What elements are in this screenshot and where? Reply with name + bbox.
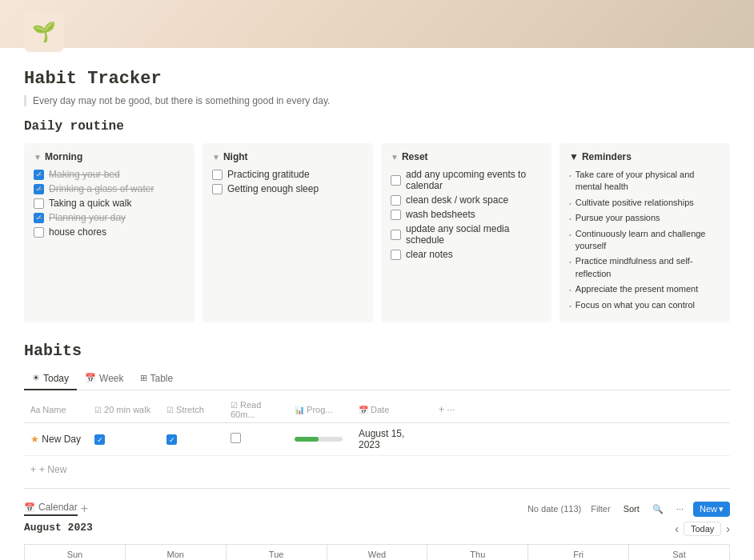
habits-table: Aa Name ☑ 20 min walk ☑ Stretch ☑ Read 6… [24, 397, 730, 456]
add-new-button[interactable]: + + New [24, 461, 730, 478]
morning-title: Morning [45, 151, 82, 162]
week-icon: 📅 [85, 373, 96, 383]
page-title: Habit Tracker [24, 69, 730, 89]
calendar-section: 📅 Calendar + No date (113) Filter Sort 🔍… [24, 498, 730, 560]
tab-calendar[interactable]: 📅 Calendar [24, 502, 78, 516]
new-event-button[interactable]: New ▾ [693, 502, 730, 517]
reminders-header: ▼ Reminders [569, 151, 720, 162]
checkbox-clean-desk[interactable] [391, 195, 401, 206]
checkbox-gratitude[interactable] [212, 170, 223, 180]
checkbox-stretch[interactable]: ✓ [166, 434, 177, 445]
reminder-item: • Take care of your physical and mental … [569, 169, 720, 194]
daily-routine-title: Daily routine [24, 119, 730, 134]
table-icon: ⊞ [140, 373, 147, 383]
reminder-item: • Appreciate the present moment [569, 283, 720, 295]
sort-button[interactable]: Sort [620, 502, 643, 515]
routine-item-label: Planning your day [49, 212, 126, 223]
calendar-month-title: August 2023 [24, 522, 93, 534]
filter-button[interactable]: Filter [588, 502, 613, 515]
checkbox-read[interactable] [231, 433, 241, 443]
reminder-item: • Cultivate positive relationships [569, 197, 720, 209]
routine-item[interactable]: update any social media schedule [391, 223, 542, 246]
col-header-progress: 📊 Prog... [288, 397, 352, 423]
calendar-grid: Sun Mon Tue Wed Thu Fri Sat 30 31 [24, 544, 730, 560]
tab-today[interactable]: ☀ Today [24, 368, 77, 390]
routine-item[interactable]: wash bedsheets [391, 209, 542, 220]
habit-read-cell[interactable] [224, 422, 288, 455]
routine-item[interactable]: Taking a quick walk [34, 198, 185, 209]
star-icon: ★ [30, 434, 39, 445]
bullet-icon: • [569, 230, 572, 239]
reminder-item: • Continuously learn and challenge yours… [569, 228, 720, 253]
routine-item-label: clear notes [406, 249, 453, 260]
checkbox-planning-day[interactable]: ✓ [34, 213, 44, 223]
night-chevron-icon: ▼ [212, 153, 220, 162]
tab-today-label: Today [43, 373, 69, 384]
habits-title: Habits [24, 342, 730, 360]
checkbox-calendar-events[interactable] [391, 175, 401, 186]
tab-table[interactable]: ⊞ Table [132, 368, 182, 390]
add-view-button[interactable]: + [81, 502, 88, 516]
routine-item[interactable]: ✓ Making your bed [34, 169, 185, 180]
reset-chevron-icon: ▼ [391, 153, 399, 162]
checkbox-bedsheets[interactable] [391, 210, 401, 220]
col-header-name: Aa Name [24, 397, 88, 423]
routine-item-label: Drinking a glass of water [49, 183, 154, 194]
habit-name: New Day [42, 434, 81, 445]
reset-header: ▼ Reset [391, 151, 542, 162]
checkbox-walk[interactable]: ✓ [94, 434, 105, 445]
routine-item[interactable]: ✓ Planning your day [34, 212, 185, 223]
search-button[interactable]: 🔍 [649, 502, 667, 516]
routine-item[interactable]: clear notes [391, 249, 542, 260]
dropdown-icon: ▾ [719, 504, 724, 514]
bullet-icon: • [569, 171, 572, 180]
cal-day-mon: Mon [125, 544, 226, 560]
cal-day-wed: Wed [327, 544, 427, 560]
routine-item[interactable]: ✓ Drinking a glass of water [34, 183, 185, 194]
today-icon: ☀ [32, 373, 40, 383]
cal-day-fri: Fri [528, 544, 629, 560]
more-options-button[interactable]: ··· [673, 502, 687, 515]
col-header-add[interactable]: + ··· [432, 397, 730, 423]
checkbox-social-media[interactable] [391, 230, 401, 240]
reminder-item: • Focus on what you can control [569, 299, 720, 311]
routine-item[interactable]: Practicing gratitude [212, 169, 363, 180]
habit-walk-cell[interactable]: ✓ [88, 422, 160, 455]
col-header-stretch: ☑ Stretch [160, 397, 224, 423]
checkbox-clear-notes[interactable] [391, 250, 401, 260]
checkbox-quick-walk[interactable] [34, 198, 44, 209]
cal-day-thu: Thu [427, 544, 528, 560]
reminders-chevron-icon: ▼ [569, 151, 579, 162]
calendar-month-nav: ‹ Today › [675, 522, 730, 536]
habit-progress-cell [288, 422, 352, 455]
morning-chevron-icon: ▼ [34, 153, 42, 162]
today-button[interactable]: Today [684, 522, 721, 536]
checkbox-making-bed[interactable]: ✓ [34, 170, 44, 180]
new-label: New [700, 504, 717, 514]
plant-icon: 🌱 [32, 21, 56, 43]
bullet-icon: • [569, 214, 572, 223]
table-row: ★ New Day ✓ ✓ August 15, 2023 [24, 422, 730, 455]
checkbox-sleep[interactable] [212, 184, 223, 194]
next-month-button[interactable]: › [726, 522, 730, 535]
checkbox-house-chores[interactable] [34, 227, 44, 238]
tab-week[interactable]: 📅 Week [77, 368, 131, 390]
header-banner: 🌱 [0, 0, 754, 48]
prev-month-button[interactable]: ‹ [675, 522, 679, 535]
col-header-read: ☑ Read 60m... [224, 397, 288, 423]
routine-item[interactable]: Getting enough sleep [212, 183, 363, 194]
cal-day-sun: Sun [25, 544, 126, 560]
routine-card-night: ▼ Night Practicing gratitude Getting eno… [203, 143, 373, 322]
calendar-tab-area: 📅 Calendar + [24, 502, 88, 516]
reminder-label: Appreciate the present moment [576, 283, 698, 295]
routine-item[interactable]: add any upcoming events to calendar [391, 169, 542, 191]
habit-date-cell: August 15, 2023 [352, 422, 432, 455]
bullet-icon: • [569, 258, 572, 266]
routine-item[interactable]: clean desk / work space [391, 194, 542, 206]
reminder-item: • Pursue your passions [569, 212, 720, 224]
checkbox-drinking-water[interactable]: ✓ [34, 184, 44, 194]
routine-item[interactable]: house chores [34, 226, 185, 238]
habit-stretch-cell[interactable]: ✓ [160, 422, 224, 455]
calendar-icon: 📅 [24, 502, 35, 513]
routine-card-reset: ▼ Reset add any upcoming events to calen… [381, 143, 551, 322]
